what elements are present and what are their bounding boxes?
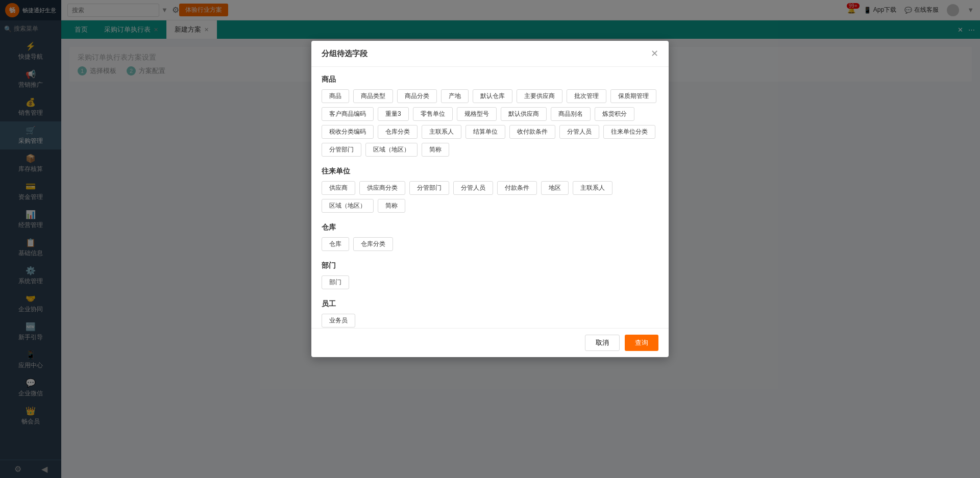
section-employee: 员工业务员	[322, 299, 658, 328]
field-tag-仓库分类[interactable]: 仓库分类	[353, 237, 393, 251]
modal-header: 分组待选字段 ✕	[311, 41, 669, 67]
field-tag-商品别名[interactable]: 商品别名	[551, 107, 591, 121]
field-tag-业务员[interactable]: 业务员	[322, 314, 355, 328]
confirm-button[interactable]: 查询	[625, 335, 658, 351]
field-tag-供应商分类[interactable]: 供应商分类	[359, 181, 405, 195]
field-tag-商品[interactable]: 商品	[322, 89, 349, 103]
section-partner-title: 往来单位	[322, 167, 658, 176]
section-employee-tags: 业务员	[322, 314, 658, 328]
field-tag-主联系人[interactable]: 主联系人	[422, 125, 461, 139]
field-tag-客户商品编码[interactable]: 客户商品编码	[322, 107, 374, 121]
section-partner: 往来单位供应商供应商分类分管部门分管人员付款条件地区主联系人区域（地区）简称	[322, 167, 658, 213]
field-tag-分管人员[interactable]: 分管人员	[453, 181, 493, 195]
section-goods-tags: 商品商品类型商品分类产地默认仓库主要供应商批次管理保质期管理客户商品编码重量3零…	[322, 89, 658, 157]
field-tag-商品分类[interactable]: 商品分类	[397, 89, 437, 103]
field-tag-默认仓库[interactable]: 默认仓库	[473, 89, 512, 103]
field-tag-部门[interactable]: 部门	[322, 275, 349, 289]
field-tag-主要供应商[interactable]: 主要供应商	[517, 89, 562, 103]
field-tag-规格型号[interactable]: 规格型号	[457, 107, 497, 121]
field-tag-简称[interactable]: 简称	[422, 143, 449, 157]
modal-title: 分组待选字段	[322, 49, 368, 59]
field-tag-炼货积分[interactable]: 炼货积分	[595, 107, 634, 121]
field-tag-结算单位[interactable]: 结算单位	[465, 125, 505, 139]
section-warehouse-tags: 仓库仓库分类	[322, 237, 658, 251]
field-tag-主联系人[interactable]: 主联系人	[573, 181, 612, 195]
field-tag-区域（地区）[interactable]: 区域（地区）	[322, 199, 374, 213]
field-tag-付款条件[interactable]: 付款条件	[497, 181, 537, 195]
field-tag-简称[interactable]: 简称	[378, 199, 405, 213]
field-selection-modal: 分组待选字段 ✕ 商品商品商品类型商品分类产地默认仓库主要供应商批次管理保质期管…	[311, 41, 669, 357]
section-department: 部门部门	[322, 261, 658, 289]
field-tag-商品类型[interactable]: 商品类型	[353, 89, 393, 103]
field-tag-地区[interactable]: 地区	[541, 181, 569, 195]
field-tag-区域（地区）[interactable]: 区域（地区）	[365, 143, 418, 157]
field-tag-收付款条件[interactable]: 收付款条件	[509, 125, 555, 139]
field-tag-仓库分类[interactable]: 仓库分类	[378, 125, 418, 139]
field-tag-分管部门[interactable]: 分管部门	[409, 181, 449, 195]
modal-close-button[interactable]: ✕	[651, 48, 658, 59]
field-tag-保质期管理[interactable]: 保质期管理	[610, 89, 656, 103]
section-warehouse-title: 仓库	[322, 223, 658, 232]
field-tag-默认供应商[interactable]: 默认供应商	[501, 107, 547, 121]
section-goods-title: 商品	[322, 75, 658, 84]
modal-overlay: 分组待选字段 ✕ 商品商品商品类型商品分类产地默认仓库主要供应商批次管理保质期管…	[0, 0, 980, 478]
field-tag-分管部门[interactable]: 分管部门	[322, 143, 361, 157]
field-tag-税收分类编码[interactable]: 税收分类编码	[322, 125, 374, 139]
field-tag-供应商[interactable]: 供应商	[322, 181, 355, 195]
field-tag-零售单位[interactable]: 零售单位	[413, 107, 453, 121]
section-department-title: 部门	[322, 261, 658, 270]
section-partner-tags: 供应商供应商分类分管部门分管人员付款条件地区主联系人区域（地区）简称	[322, 181, 658, 213]
field-tag-重量3[interactable]: 重量3	[378, 107, 409, 121]
modal-body: 商品商品商品类型商品分类产地默认仓库主要供应商批次管理保质期管理客户商品编码重量…	[311, 67, 669, 328]
section-employee-title: 员工	[322, 299, 658, 309]
section-department-tags: 部门	[322, 275, 658, 289]
modal-footer: 取消 查询	[311, 328, 669, 357]
section-goods: 商品商品商品类型商品分类产地默认仓库主要供应商批次管理保质期管理客户商品编码重量…	[322, 75, 658, 157]
field-tag-仓库[interactable]: 仓库	[322, 237, 349, 251]
section-warehouse: 仓库仓库仓库分类	[322, 223, 658, 251]
field-tag-分管人员[interactable]: 分管人员	[559, 125, 599, 139]
field-tag-产地[interactable]: 产地	[441, 89, 469, 103]
cancel-button[interactable]: 取消	[585, 335, 620, 351]
field-tag-往来单位分类[interactable]: 往来单位分类	[603, 125, 655, 139]
field-tag-批次管理[interactable]: 批次管理	[567, 89, 606, 103]
